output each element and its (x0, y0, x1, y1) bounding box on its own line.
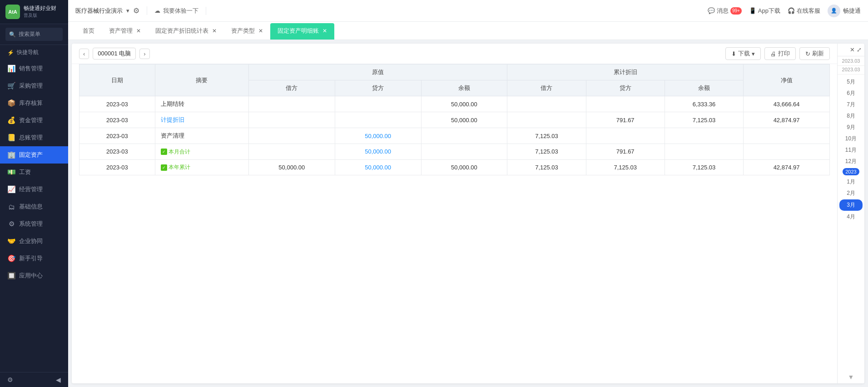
table-row: 2023-03 计提折旧 50,000.00 791.67 7,125.03 4… (79, 112, 830, 128)
timeline-month[interactable]: 2月 (838, 188, 864, 199)
logo-icon: AtA (5, 5, 20, 19)
timeline-year-badge[interactable]: 2023 (843, 168, 859, 175)
cell-leiji-credit (586, 128, 665, 144)
sidebar-item-basic[interactable]: 🗂 基础信息 (0, 198, 68, 215)
ledger-icon: 📒 (7, 134, 15, 142)
company-settings-button[interactable]: ⚙ (133, 6, 139, 15)
username: 畅捷通 (843, 7, 861, 15)
tab-depreciation-table[interactable]: 固定资产折旧统计表 ✕ (148, 23, 224, 40)
search-menu-button[interactable]: 🔍 搜索菜单 (5, 28, 63, 41)
timeline-month[interactable]: 6月 (838, 88, 864, 99)
experience-label: 我要体验一下 (163, 7, 198, 15)
timeline-month[interactable]: 4月 (838, 211, 864, 223)
col-net-value: 净值 (744, 64, 830, 96)
cell-net-value: 43,666.64 (744, 96, 830, 112)
sidebar-item-operations[interactable]: 📈 经营管理 (0, 181, 68, 198)
sidebar-item-sales[interactable]: 📊 销售管理 (0, 60, 68, 77)
prev-asset-button[interactable]: ‹ (79, 49, 89, 59)
cell-date: 2023-03 (79, 159, 155, 175)
timeline-month[interactable]: 9月 (838, 122, 864, 133)
next-asset-button[interactable]: › (139, 49, 149, 59)
timeline-close-button[interactable]: ✕ (850, 46, 855, 53)
sidebar-item-app-center[interactable]: 🔲 应用中心 (0, 267, 68, 284)
download-button[interactable]: ⬇ 下载 ▾ (725, 47, 761, 60)
headset-icon: 🎧 (788, 7, 795, 14)
timeline-header: ✕ ⤢ (838, 44, 864, 56)
sidebar-item-finance-label: 资金管理 (19, 116, 43, 124)
customer-service-button[interactable]: 🎧 在线客服 (788, 7, 820, 15)
timeline-expand-button[interactable]: ⤢ (857, 46, 862, 53)
refresh-icon: ↻ (805, 50, 810, 57)
timeline-nav-down[interactable]: ▼ (838, 371, 864, 383)
avatar: 👤 (828, 5, 840, 17)
cell-date: 2023-03 (79, 128, 155, 144)
print-button[interactable]: 🖨 打印 (764, 47, 796, 60)
timeline-down-button[interactable]: ▼ (847, 372, 855, 382)
timeline-month[interactable]: 1月 (838, 176, 864, 188)
timeline-month[interactable]: 7月 (838, 99, 864, 110)
logo-text: 畅捷通好业财 普及版 (24, 5, 56, 19)
payroll-icon: 💵 (7, 168, 15, 176)
sidebar-item-payroll[interactable]: 💵 工资 (0, 164, 68, 181)
cell-yuanzhi-credit (335, 96, 421, 112)
cell-yuanzhi-debit (248, 128, 335, 144)
sidebar-item-payroll-label: 工资 (19, 168, 31, 176)
company-name: 医疗器械行业演示 (75, 7, 123, 15)
sidebar-item-sales-label: 销售管理 (19, 64, 43, 73)
cell-leiji-credit: 7,125.03 (586, 159, 665, 175)
sidebar-item-inventory-label: 库存核算 (19, 99, 43, 107)
cell-yuanzhi-balance: 50,000.00 (421, 159, 507, 175)
table-row: 2023-03 ✓本月合计 50,000.00 7,125.03 791.67 (79, 144, 830, 160)
timeline-month[interactable]: 8月 (838, 110, 864, 122)
cell-leiji-credit: 791.67 (586, 144, 665, 160)
tab-asset-mgmt[interactable]: 资产管理 ✕ (102, 23, 148, 40)
tab-fixed-asset-detail[interactable]: 固定资产明细账 ✕ (270, 23, 334, 40)
fixed-assets-icon: 🏢 (7, 151, 15, 159)
download-label: 下载 (738, 50, 750, 58)
col-yuanzhi-credit: 贷方 (335, 80, 421, 96)
sidebar-item-fixed-assets[interactable]: 🏢 固定资产 (0, 146, 68, 164)
fixed-asset-detail-table: 日期 摘要 原值 累计折旧 净值 借方 贷方 余额 借方 贷方 余额 (79, 64, 830, 175)
cell-leiji-debit: 7,125.03 (507, 144, 586, 160)
tab-home[interactable]: 首页 (75, 23, 102, 40)
sidebar-item-ledger[interactable]: 📒 总账管理 (0, 129, 68, 146)
sidebar-item-system[interactable]: ⚙ 系统管理 (0, 215, 68, 233)
sidebar-item-guide[interactable]: 🎯 新手引导 (0, 250, 68, 267)
sidebar-collapse-button[interactable]: ◀ (56, 376, 61, 383)
refresh-button[interactable]: ↻ 刷新 (799, 47, 830, 60)
timeline-month[interactable]: 5月 (838, 76, 864, 88)
app-center-icon: 🔲 (7, 272, 15, 280)
sidebar-item-finance[interactable]: 💰 资金管理 (0, 112, 68, 129)
tab-asset-type[interactable]: 资产类型 ✕ (224, 23, 270, 40)
tab-fixed-asset-detail-close[interactable]: ✕ (322, 28, 327, 34)
company-selector[interactable]: 医疗器械行业演示 ▾ ⚙ (75, 6, 147, 15)
tab-asset-mgmt-close[interactable]: ✕ (135, 28, 141, 34)
quick-nav-item[interactable]: ⚡ 快捷导航 (0, 45, 68, 58)
sidebar-item-enterprise[interactable]: 🤝 企业协同 (0, 233, 68, 250)
cell-leiji-balance (665, 128, 743, 144)
messages-button[interactable]: 💬 消息 99+ (708, 7, 742, 15)
cell-leiji-balance: 6,333.36 (665, 96, 743, 112)
content-main: ‹ 000001 电脑 › ⬇ 下载 ▾ 🖨 打印 ↻ 刷新 (72, 44, 837, 383)
cell-net-value: 42,874.97 (744, 159, 830, 175)
timeline-month-active[interactable]: 3月 (839, 199, 863, 211)
company-dropdown-button[interactable]: ▾ (126, 7, 129, 14)
sidebar-item-system-label: 系统管理 (19, 220, 43, 228)
download-icon: 📱 (749, 7, 756, 14)
col-summary: 摘要 (155, 64, 248, 96)
tabs-bar: 首页 资产管理 ✕ 固定资产折旧统计表 ✕ 资产类型 ✕ 固定资产明细账 ✕ (68, 22, 868, 40)
sidebar-item-purchase[interactable]: 🛒 采购管理 (0, 77, 68, 94)
cell-summary: 资产清理 (155, 128, 248, 144)
cell-yuanzhi-balance (421, 144, 507, 160)
content-area: ‹ 000001 电脑 › ⬇ 下载 ▾ 🖨 打印 ↻ 刷新 (72, 44, 864, 383)
timeline-month[interactable]: 10月 (838, 133, 864, 144)
sidebar-item-inventory[interactable]: 📦 库存核算 (0, 94, 68, 112)
timeline-month[interactable]: 12月 (838, 156, 864, 167)
customer-service-label: 在线客服 (797, 7, 820, 15)
sidebar-settings-button[interactable]: ⚙ (7, 376, 13, 383)
tab-asset-type-close[interactable]: ✕ (258, 28, 263, 34)
cell-yuanzhi-credit: 50,000.00 (335, 144, 421, 160)
tab-depreciation-close[interactable]: ✕ (211, 28, 217, 34)
app-download-button[interactable]: 📱 App下载 (749, 7, 780, 15)
timeline-month[interactable]: 11月 (838, 144, 864, 156)
